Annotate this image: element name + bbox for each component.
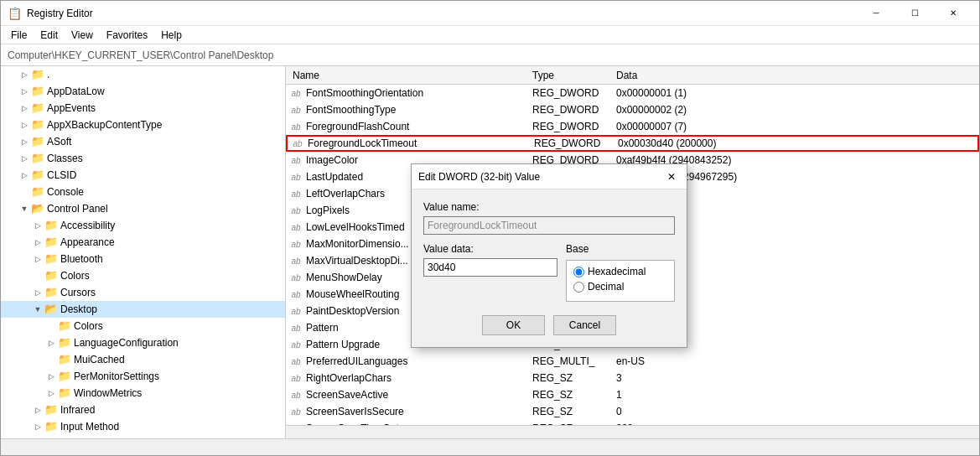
sidebar-label-colors: Colors	[60, 270, 90, 282]
sidebar-item-dot[interactable]: ▷ 📁 .	[1, 66, 285, 83]
dialog-data-row: Value data: Base Hexadecimal Decimal	[423, 243, 675, 302]
folder-icon: 📁	[31, 101, 44, 115]
menu-view[interactable]: View	[65, 28, 100, 43]
address-label-text: Computer\HKEY_CURRENT_USER\Control Panel…	[8, 49, 273, 61]
reg-name: PreferredUILanguages	[306, 355, 532, 367]
table-row[interactable]: ab RightOverlapChars REG_SZ 3	[286, 370, 979, 386]
sidebar-item-asoft[interactable]: ▷ 📁 ASoft	[1, 133, 285, 150]
sidebar-label-appxbackup: AppXBackupContentType	[47, 119, 162, 131]
sidebar-label-inputmethod: Input Method	[60, 421, 119, 433]
dec-radio[interactable]	[573, 282, 584, 293]
sidebar-item-appearance[interactable]: ▷ 📁 Appearance	[1, 234, 285, 251]
sidebar-label-asoft: ASoft	[47, 136, 71, 148]
reg-icon: ab	[289, 86, 303, 100]
title-bar-controls: ─ ☐ ✕	[857, 1, 972, 26]
sidebar-label-accessibility: Accessibility	[60, 220, 115, 231]
folder-icon: 📁	[31, 118, 44, 132]
maximize-button[interactable]: ☐	[895, 1, 934, 26]
sidebar-item-classes[interactable]: ▷ 📁 Classes	[1, 150, 285, 167]
reg-icon: ab	[289, 254, 303, 267]
toggle-asoft: ▷	[18, 135, 31, 148]
sidebar-item-controlpanel[interactable]: ▼ 📂 Control Panel	[1, 200, 285, 217]
table-row[interactable]: ab ScreenSaveActive REG_SZ 1	[286, 386, 979, 403]
sidebar-label-controlpanel: Control Panel	[47, 203, 108, 215]
table-row[interactable]: ab ScreenSaverIsSecure REG_SZ 0	[286, 403, 979, 420]
edit-dword-dialog: Edit DWORD (32-bit) Value ✕ Value name: …	[411, 163, 687, 348]
toggle-classes: ▷	[18, 152, 31, 165]
sidebar-label-desktop-colors: Colors	[74, 320, 103, 332]
reg-data: 3	[616, 372, 976, 384]
reg-icon: ab	[289, 405, 303, 418]
menu-bar: File Edit View Favorites Help	[1, 26, 979, 44]
sidebar-label-desktop: Desktop	[60, 303, 97, 315]
folder-icon: 📁	[58, 386, 71, 400]
folder-icon: 📁	[44, 286, 58, 299]
sidebar-label-cursors: Cursors	[60, 287, 96, 298]
sidebar-item-desktop-colors[interactable]: ▷ 📁 Colors	[1, 318, 285, 334]
dialog-ok-button[interactable]: OK	[482, 315, 545, 335]
dialog-body: Value name: Value data: Base Hexadecimal	[412, 189, 687, 347]
sidebar-item-colors[interactable]: ▷ 📁 Colors	[1, 267, 285, 284]
sidebar-label-international: International	[60, 438, 116, 438]
menu-help[interactable]: Help	[154, 28, 189, 43]
sidebar-item-permonitor[interactable]: ▷ 📁 PerMonitorSettings	[1, 368, 285, 385]
sidebar-label-clsid: CLSID	[47, 169, 76, 181]
dialog-cancel-button[interactable]: Cancel	[553, 315, 616, 335]
reg-icon: ab	[289, 220, 303, 234]
reg-icon: ab	[289, 271, 303, 284]
menu-file[interactable]: File	[4, 28, 34, 43]
menu-favorites[interactable]: Favorites	[100, 28, 154, 43]
window-icon: 📋	[8, 7, 22, 20]
table-row[interactable]: ab ForegroundFlashCount REG_DWORD 0x0000…	[286, 118, 979, 135]
sidebar-item-appdatalow[interactable]: ▷ 📁 AppDataLow	[1, 83, 285, 100]
menu-edit[interactable]: Edit	[34, 28, 65, 43]
table-row-foregroundlocktimeout[interactable]: ab ForegroundLockTimeout REG_DWORD 0x000…	[286, 135, 979, 152]
sidebar-item-winmetrics[interactable]: ▷ 📁 WindowMetrics	[1, 385, 285, 402]
sidebar-label-dot: .	[47, 69, 49, 80]
hex-radio[interactable]	[573, 267, 584, 277]
value-data-label: Value data:	[423, 243, 557, 255]
folder-open-icon: 📂	[31, 202, 44, 215]
column-header: Name Type Data	[286, 66, 979, 85]
sidebar-item-cursors[interactable]: ▷ 📁 Cursors	[1, 284, 285, 301]
close-button[interactable]: ✕	[934, 1, 972, 26]
sidebar-item-muicached[interactable]: ▷ 📁 MuiCached	[1, 351, 285, 368]
sidebar-item-appevents[interactable]: ▷ 📁 AppEvents	[1, 100, 285, 117]
sidebar-item-accessibility[interactable]: ▷ 📁 Accessibility	[1, 217, 285, 234]
sidebar-item-desktop[interactable]: ▼ 📂 Desktop	[1, 301, 285, 318]
table-row[interactable]: ab FontSmoothingOrientation REG_DWORD 0x…	[286, 85, 979, 101]
sidebar-item-international[interactable]: ▷ 📁 International	[1, 435, 285, 438]
toggle-accessibility: ▷	[31, 219, 44, 232]
folder-icon: 📁	[44, 236, 58, 249]
dec-radio-row: Decimal	[573, 281, 667, 293]
dialog-close-button[interactable]: ✕	[663, 168, 680, 185]
bottom-scrollbar[interactable]	[286, 425, 979, 438]
reg-type: REG_DWORD	[532, 87, 616, 99]
base-group: Hexadecimal Decimal	[566, 260, 675, 302]
reg-data: en-US	[616, 355, 976, 367]
sidebar-item-appxbackup[interactable]: ▷ 📁 AppXBackupContentType	[1, 117, 285, 133]
sidebar-label-appevents: AppEvents	[47, 102, 96, 114]
table-row[interactable]: ab PreferredUILanguages REG_MULTI_ en-US	[286, 353, 979, 370]
sidebar-label-appdatalow: AppDataLow	[47, 86, 105, 97]
sidebar-item-clsid[interactable]: ▷ 📁 CLSID	[1, 167, 285, 184]
value-data-input[interactable]	[423, 258, 557, 277]
reg-type: REG_SZ	[532, 372, 616, 384]
minimize-button[interactable]: ─	[857, 1, 895, 26]
sidebar-item-bluetooth[interactable]: ▷ 📁 Bluetooth	[1, 251, 285, 267]
sidebar-item-langconfig[interactable]: ▷ 📁 LanguageConfiguration	[1, 334, 285, 351]
folder-icon: 📁	[44, 420, 58, 433]
sidebar-item-console[interactable]: ▷ 📁 Console	[1, 184, 285, 200]
reg-data: 0	[616, 406, 976, 417]
sidebar-item-infrared[interactable]: ▷ 📁 Infrared	[1, 402, 285, 418]
table-row[interactable]: ab FontSmoothingType REG_DWORD 0x0000000…	[286, 101, 979, 118]
toggle-clsid: ▷	[18, 168, 31, 182]
toggle-dot: ▷	[18, 68, 31, 81]
sidebar-label-appearance: Appearance	[60, 236, 115, 248]
value-name-input[interactable]	[423, 216, 675, 235]
folder-icon: 📁	[31, 152, 44, 165]
reg-name: ForegroundLockTimeout	[308, 137, 534, 149]
sidebar-item-inputmethod[interactable]: ▷ 📁 Input Method	[1, 418, 285, 435]
reg-icon: ab	[289, 237, 303, 251]
folder-icon: 📁	[58, 336, 71, 350]
